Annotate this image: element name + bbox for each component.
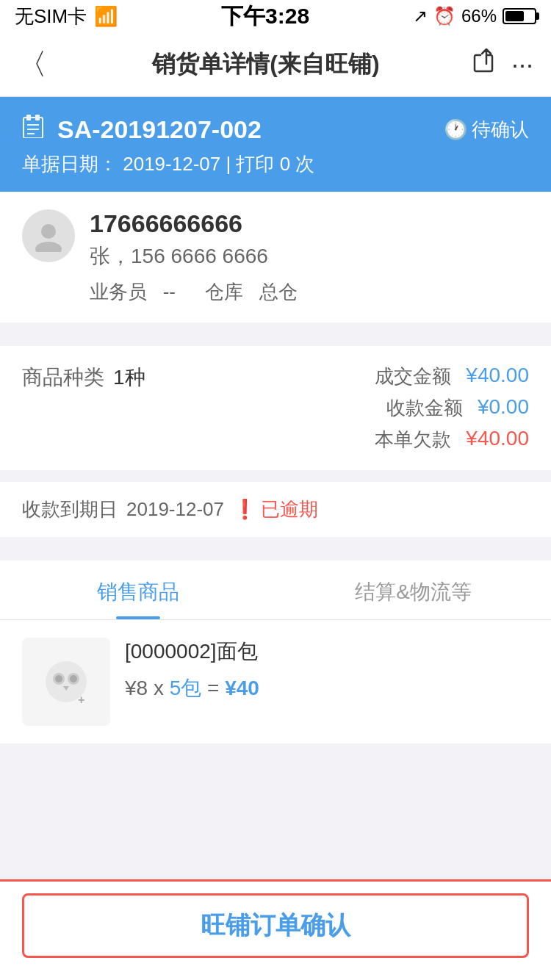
- customer-info: 17666666666 张，156 6666 6666 业务员 -- 仓库 总仓: [90, 209, 529, 305]
- order-number: SA-20191207-002: [22, 115, 262, 144]
- overdue-badge: ❗ 已逾期: [233, 497, 318, 522]
- svg-rect-1: [26, 115, 31, 120]
- product-price: ¥8 x 5包 = ¥40: [125, 674, 529, 702]
- more-button[interactable]: ···: [511, 49, 533, 80]
- time-display: 下午3:28: [221, 1, 309, 32]
- battery-icon: [503, 8, 536, 24]
- location-icon: ↗: [413, 6, 428, 26]
- due-label: 收款到期日: [22, 497, 118, 522]
- owed-amount: 本单欠款 ¥40.00: [375, 427, 529, 453]
- due-date: 2019-12-07: [126, 498, 224, 521]
- customer-meta: 业务员 -- 仓库 总仓: [90, 279, 529, 305]
- tab-settlement[interactable]: 结算&物流等: [276, 561, 551, 619]
- svg-rect-0: [24, 118, 43, 138]
- order-header: SA-20191207-002 🕐 待确认 单据日期： 2019-12-07 |…: [0, 97, 551, 192]
- status-bar: 无SIM卡 📶 下午3:28 ↗ ⏰ 66%: [0, 0, 551, 32]
- divider-3: [0, 549, 551, 561]
- alarm-icon: ⏰: [433, 6, 455, 26]
- order-icon: [22, 115, 48, 144]
- order-date: 单据日期： 2019-12-07 | 打印 0 次: [22, 151, 529, 177]
- summary-section: 商品种类 1种 成交金额 ¥40.00 收款金额 ¥0.00 本单欠款 ¥40.…: [0, 346, 551, 470]
- overdue-text: 已逾期: [261, 497, 318, 522]
- status-right: ↗ ⏰ 66%: [413, 6, 536, 26]
- battery-label: 66%: [461, 6, 497, 26]
- amounts: 成交金额 ¥40.00 收款金额 ¥0.00 本单欠款 ¥40.00: [375, 364, 529, 453]
- divider-2: [0, 470, 551, 482]
- product-info: [0000002]面包 ¥8 x 5包 = ¥40: [125, 638, 529, 702]
- svg-text:+: +: [78, 693, 84, 706]
- wifi-icon: 📶: [94, 5, 118, 28]
- product-thumbnail: +: [22, 638, 110, 726]
- confirm-button[interactable]: 旺铺订单确认: [22, 893, 529, 958]
- product-type: 商品种类 1种: [22, 364, 145, 392]
- page-title: 销货单详情(来自旺铺): [62, 48, 470, 81]
- nav-bar: 〈 销货单详情(来自旺铺) ···: [0, 32, 551, 97]
- avatar: [22, 209, 75, 262]
- status-left: 无SIM卡 📶: [15, 4, 118, 29]
- product-section: + [0000002]面包 ¥8 x 5包 = ¥40: [0, 620, 551, 743]
- nav-actions: ···: [470, 48, 533, 81]
- status-clock-icon: 🕐: [444, 118, 467, 141]
- product-name: [0000002]面包: [125, 638, 529, 666]
- divider-1: [0, 334, 551, 346]
- svg-point-11: [55, 675, 62, 682]
- customer-section: 17666666666 张，156 6666 6666 业务员 -- 仓库 总仓: [0, 192, 551, 323]
- share-button[interactable]: [470, 48, 497, 81]
- sales-label: 业务员 --: [90, 279, 176, 305]
- deal-amount: 成交金额 ¥40.00: [375, 364, 529, 389]
- tabs-container: 销售商品 结算&物流等: [0, 561, 551, 620]
- customer-phone: 17666666666: [90, 209, 529, 238]
- svg-point-7: [35, 242, 62, 252]
- product-item: + [0000002]面包 ¥8 x 5包 = ¥40: [22, 638, 529, 726]
- collected-amount: 收款金额 ¥0.00: [386, 395, 529, 421]
- tab-products[interactable]: 销售商品: [0, 561, 276, 619]
- warehouse-label: 仓库 总仓: [205, 279, 298, 305]
- svg-point-6: [41, 224, 56, 239]
- back-button[interactable]: 〈: [18, 44, 62, 84]
- svg-point-12: [70, 675, 77, 682]
- svg-rect-2: [35, 115, 40, 120]
- overdue-icon: ❗: [233, 498, 256, 521]
- bottom-bar: 旺铺订单确认: [0, 879, 551, 980]
- customer-name: 张，156 6666 6666: [90, 242, 529, 270]
- order-status: 🕐 待确认: [444, 117, 529, 143]
- due-date-section: 收款到期日 2019-12-07 ❗ 已逾期: [0, 482, 551, 537]
- carrier-label: 无SIM卡: [15, 4, 87, 29]
